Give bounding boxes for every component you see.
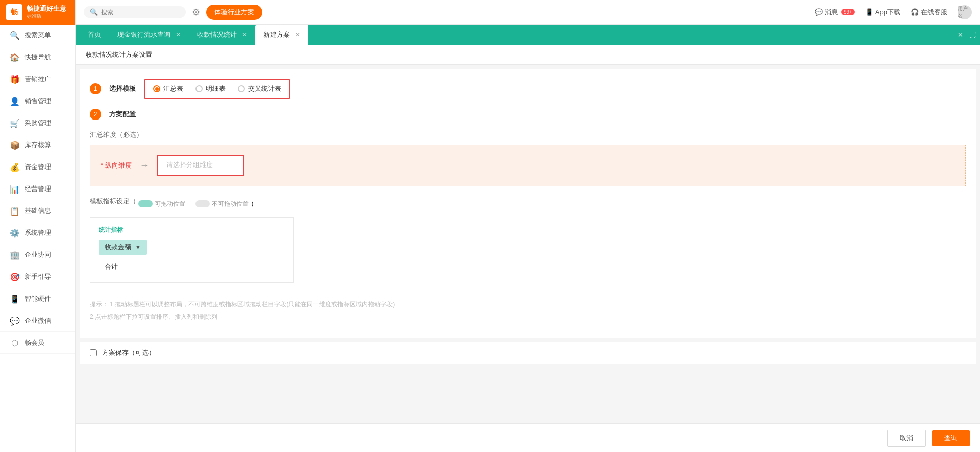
money-icon: 💰 — [10, 162, 19, 172]
drag-movable-box — [138, 200, 153, 207]
logo-text: 畅捷通好生意 标准版 — [27, 5, 66, 20]
search-bar[interactable]: 🔍 — [84, 6, 186, 18]
guide-icon: 🎯 — [10, 272, 19, 281]
sidebar-item-basic-info[interactable]: 📋 基础信息 — [0, 200, 75, 222]
radio-cross[interactable]: 交叉统计表 — [238, 84, 281, 93]
radio-detail[interactable]: 明细表 — [195, 84, 226, 93]
maximize-icon[interactable]: ⛶ — [969, 31, 976, 39]
sidebar: 畅 畅捷通好生意 标准版 🔍 搜索菜单 🏠 快捷导航 🎁 营销推广 👤 销售管理… — [0, 0, 76, 452]
window-controls: ✕ ⛶ — [958, 31, 976, 39]
sidebar-item-enterprise[interactable]: 🏢 企业协同 — [0, 244, 75, 266]
box-icon: 📦 — [10, 140, 19, 150]
chart-icon: 📊 — [10, 184, 19, 194]
footer: 取消 查询 — [76, 423, 980, 452]
query-button[interactable]: 查询 — [932, 430, 970, 446]
main-area: 🔍 ⚙ 体验行业方案 💬 消息 99+ 📱 App下载 🎧 在线客服 用户名 — [76, 0, 980, 452]
config-section: 汇总维度（必选） * 纵向维度 → 请选择分组维度 模板指标设定（ — [90, 130, 966, 328]
step2-num: 2 — [90, 109, 101, 120]
radio-cross-circle — [238, 85, 245, 92]
form-section: 1 选择模板 汇总表 明细表 交叉统计表 — [80, 69, 976, 338]
content-area: 收款情况统计方案设置 1 选择模板 汇总表 明细表 — [76, 45, 980, 423]
drag-unmovable-indicator: 不可拖动位置 — [195, 200, 249, 208]
sidebar-item-sales[interactable]: 👤 销售管理 — [0, 90, 75, 112]
page-title-bar: 收款情况统计方案设置 — [76, 45, 980, 65]
tab-new-plan[interactable]: 新建方案 ✕ — [255, 25, 308, 45]
headset-icon: 🎧 — [911, 8, 919, 16]
service-btn[interactable]: 🎧 在线客服 — [911, 8, 947, 17]
sidebar-item-member[interactable]: ⬡ 畅会员 — [0, 332, 75, 354]
avatar[interactable]: 用户名 — [958, 5, 972, 19]
tip1: 提示： 1.拖动标题栏可以调整布局，不可跨维度或指标区域拖动栏目字段(只能在同一… — [90, 298, 966, 311]
tab-close-new-plan[interactable]: ✕ — [295, 31, 300, 38]
drag-unmovable-box — [195, 200, 210, 207]
download-icon: 📱 — [865, 8, 873, 16]
metrics-area: 统计指标 收款金额 ▼ 合计 — [90, 217, 294, 283]
sidebar-item-quick-nav[interactable]: 🏠 快捷导航 — [0, 46, 75, 68]
drag-movable-indicator: 可拖动位置 — [138, 200, 185, 208]
sidebar-item-inventory[interactable]: 📦 库存核算 — [0, 134, 75, 156]
radio-detail-circle — [195, 85, 203, 92]
gear-icon: ⚙️ — [10, 228, 19, 237]
sidebar-item-finance[interactable]: 💰 资金管理 — [0, 156, 75, 178]
sidebar-item-hardware[interactable]: 📱 智能硬件 — [0, 288, 75, 310]
arrow-right-icon: → — [140, 160, 149, 171]
member-icon: ⬡ — [10, 338, 19, 347]
tips-section: 提示： 1.拖动标题栏可以调整布局，不可跨维度或指标区域拖动栏目字段(只能在同一… — [90, 293, 966, 328]
tab-close-bank-flow[interactable]: ✕ — [176, 31, 181, 38]
metrics-config: 模板指标设定（ 可拖动位置 不可拖动位置 ） — [90, 197, 966, 283]
tab-bank-flow[interactable]: 现金银行流水查询 ✕ — [109, 25, 189, 45]
step1-label: 选择模板 — [109, 84, 136, 93]
sidebar-item-operations[interactable]: 📊 经营管理 — [0, 178, 75, 200]
enterprise-icon: 🏢 — [10, 250, 19, 259]
metrics-config-title: 模板指标设定（ — [90, 197, 136, 206]
cancel-button[interactable]: 取消 — [887, 430, 926, 447]
minimize-icon[interactable]: ✕ — [958, 31, 963, 39]
tab-collection-stat[interactable]: 收款情况统计 ✕ — [189, 25, 255, 45]
metric-chip[interactable]: 收款金额 ▼ — [99, 240, 147, 255]
dimension-row: * 纵向维度 → 请选择分组维度 — [101, 155, 955, 176]
save-checkbox[interactable] — [90, 349, 97, 356]
dimension-area: * 纵向维度 → 请选择分组维度 — [90, 145, 966, 186]
cart-icon: 🛒 — [10, 118, 19, 128]
save-row: 方案保存（可选） — [80, 342, 976, 364]
search-input[interactable] — [101, 9, 173, 16]
metric-total: 合计 — [99, 259, 285, 274]
metric-chip-arrow-icon: ▼ — [135, 244, 141, 250]
industry-btn[interactable]: 体验行业方案 — [206, 5, 262, 20]
radio-summary[interactable]: 汇总表 — [153, 84, 183, 93]
dimension-section-title: 汇总维度（必选） — [90, 130, 966, 139]
sidebar-item-marketing[interactable]: 🎁 营销推广 — [0, 68, 75, 90]
vertical-label: * 纵向维度 — [101, 161, 132, 170]
template-options: 汇总表 明细表 交叉统计表 — [144, 79, 290, 99]
sidebar-item-purchase[interactable]: 🛒 采购管理 — [0, 112, 75, 134]
step1-row: 1 选择模板 汇总表 明细表 交叉统计表 — [90, 79, 966, 99]
sidebar-item-guide[interactable]: 🎯 新手引导 — [0, 266, 75, 288]
settings-icon[interactable]: ⚙ — [192, 7, 200, 18]
drag-legend: 可拖动位置 不可拖动位置 — [138, 200, 249, 208]
sidebar-item-system[interactable]: ⚙️ 系统管理 — [0, 222, 75, 244]
search-icon: 🔍 — [90, 8, 98, 16]
user-icon: 👤 — [10, 97, 19, 106]
metrics-area-title: 统计指标 — [99, 226, 285, 234]
tab-home[interactable]: 首页 — [80, 25, 109, 45]
step2-row: 2 方案配置 — [90, 109, 966, 120]
wechat-icon: 💬 — [10, 316, 19, 325]
download-btn[interactable]: 📱 App下载 — [865, 8, 900, 17]
save-label: 方案保存（可选） — [102, 348, 155, 358]
radio-summary-circle — [153, 85, 160, 92]
dimension-select[interactable]: 请选择分组维度 — [157, 155, 244, 176]
notification-btn[interactable]: 💬 消息 99+ — [815, 8, 855, 17]
tab-bar: 首页 现金银行流水查询 ✕ 收款情况统计 ✕ 新建方案 ✕ ✕ ⛶ — [76, 25, 980, 45]
tab-close-collection-stat[interactable]: ✕ — [242, 31, 247, 38]
top-header: 🔍 ⚙ 体验行业方案 💬 消息 99+ 📱 App下载 🎧 在线客服 用户名 — [76, 0, 980, 25]
gift-icon: 🎁 — [10, 75, 19, 84]
sidebar-item-wechat[interactable]: 💬 企业微信 — [0, 310, 75, 332]
sidebar-item-search-menu[interactable]: 🔍 搜索菜单 — [0, 25, 75, 46]
search-menu-icon: 🔍 — [10, 31, 19, 40]
message-icon: 💬 — [815, 8, 823, 16]
sidebar-logo: 畅 畅捷通好生意 标准版 — [0, 0, 75, 25]
home-icon: 🏠 — [10, 53, 19, 62]
clipboard-icon: 📋 — [10, 206, 19, 216]
logo-icon: 畅 — [6, 4, 22, 20]
hardware-icon: 📱 — [10, 294, 19, 303]
